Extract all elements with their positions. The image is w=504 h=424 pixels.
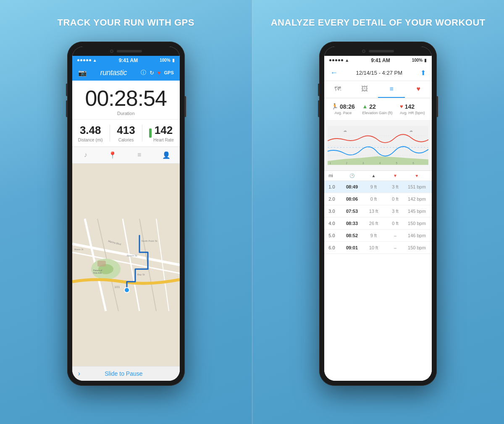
gps-icon: GPS	[164, 70, 174, 75]
row6-elev-down: –	[384, 245, 406, 250]
tab-map[interactable]: 📍	[99, 147, 126, 163]
row5-mi: 5.0	[328, 233, 341, 238]
battery-info-right: 100% ▮	[412, 58, 427, 63]
col-mi: mi	[328, 173, 341, 178]
svg-text:Fine Arts: Fine Arts	[93, 272, 102, 274]
left-panel: TRACK YOUR RUN WITH GPS	[0, 0, 252, 424]
elevation-label: Elevation Gain (ft)	[362, 111, 392, 115]
map-area[interactable]: 101 Marina Blvd Beach St Bay St North Po…	[72, 164, 180, 366]
row1-pace: 08:49	[341, 184, 363, 189]
svg-text:Beach St: Beach St	[127, 254, 137, 257]
hr-col-icon: ♥	[416, 173, 418, 178]
svg-text:2: 2	[346, 161, 348, 164]
status-left: ▲	[77, 58, 97, 63]
left-phone: ▲ 9:41 AM 100% ▮ 📷 runtastic ⓘ ↻ ♥ GPS	[67, 42, 185, 386]
signal-dot-r5	[341, 59, 343, 61]
row3-mi: 3.0	[328, 209, 341, 214]
signal-dot-r2	[332, 59, 334, 61]
svg-text:North Point St: North Point St	[142, 240, 158, 242]
stat-divider-2	[142, 125, 142, 141]
battery-info: 100% ▮	[160, 58, 175, 63]
stats-summary: 🏃 08:26 Avg. Pace ▲ 22 Elevation Gain (f…	[324, 98, 432, 120]
slide-to-pause-bar[interactable]: › Slide to Pause	[72, 366, 180, 381]
phone-screen-left: ▲ 9:41 AM 100% ▮ 📷 runtastic ⓘ ↻ ♥ GPS	[72, 47, 180, 381]
workout-chart: ☁ ☁ 1 2 3 4 5 6	[328, 125, 428, 166]
power-button	[185, 96, 186, 117]
volume-up-button	[66, 84, 67, 96]
table-row: 3.0 07:53 13 ft 3 ft 145 bpm	[324, 205, 432, 217]
signal-dot-1	[77, 59, 79, 61]
tab-photo-right[interactable]: 🖼	[351, 81, 378, 98]
tab-stats-right[interactable]: ≡	[378, 81, 405, 98]
row2-hr: 142 bpm	[406, 196, 428, 202]
svg-text:6: 6	[412, 161, 414, 164]
svg-text:1: 1	[330, 161, 331, 164]
battery-icon-right: ▮	[424, 58, 427, 63]
signal-dot-r1	[329, 59, 331, 61]
distance-value: 3.48	[78, 124, 103, 137]
pace-stat: 🏃 08:26 Avg. Pace	[331, 103, 355, 115]
heart-rate-label: Heart Rate	[153, 138, 173, 142]
row6-elev-up: 10 ft	[363, 245, 385, 250]
calories-label: Calories	[117, 138, 135, 142]
status-time-left: 9:41 AM	[119, 58, 138, 63]
chart-area: ☁ ☁ 1 2 3 4 5 6	[324, 120, 432, 171]
volume-down-button	[66, 100, 67, 117]
camera-icon[interactable]: 📷	[78, 69, 87, 77]
row2-elev-down: 0 ft	[384, 196, 406, 202]
tab-heart-right[interactable]: ♥	[405, 81, 432, 98]
left-tab-bar: ♪ 📍 ≡ 👤	[72, 147, 180, 164]
phone-top-bar	[72, 47, 180, 56]
pace-col-icon: 🕐	[349, 173, 354, 178]
data-table: mi 🕐 ▲ ▼ ♥ 1.0	[324, 171, 432, 381]
timer-section: 00:28:54 Duration	[72, 81, 180, 119]
tab-music[interactable]: ♪	[72, 147, 99, 163]
refresh-icon: ↻	[150, 70, 154, 76]
row4-hr: 150 bpm	[406, 221, 428, 226]
tab-map-right[interactable]: 🗺	[324, 81, 351, 98]
right-tab-bar: 🗺 🖼 ≡ ♥	[324, 81, 432, 98]
status-bar-left: ▲ 9:41 AM 100% ▮	[72, 56, 180, 65]
heart-icon: ♥	[158, 70, 161, 76]
svg-text:5: 5	[396, 161, 398, 164]
battery-percent-right: 100%	[412, 58, 423, 63]
row6-mi: 6.0	[328, 245, 341, 250]
signal-dot-5	[89, 59, 91, 61]
elevation-value: ▲ 22	[362, 103, 392, 110]
heart-indicator	[149, 128, 152, 138]
share-button[interactable]: ⬆	[420, 69, 426, 77]
tab-social[interactable]: 👤	[153, 147, 180, 163]
phone-speaker-right	[369, 50, 394, 52]
svg-text:4: 4	[379, 161, 381, 164]
row1-elev-up: 9 ft	[363, 184, 385, 189]
row1-hr: 151 bpm	[406, 184, 428, 189]
volume-down-button-right	[318, 100, 319, 117]
back-button[interactable]: ←	[330, 68, 338, 77]
signal-dot-4	[86, 59, 88, 61]
svg-text:☁: ☁	[343, 128, 347, 133]
row5-hr: 146 bpm	[406, 233, 428, 238]
left-panel-title: TRACK YOUR RUN WITH GPS	[45, 17, 207, 29]
distance-stat: 3.48 Distance (mi)	[78, 124, 103, 142]
tab-list[interactable]: ≡	[126, 147, 153, 163]
app-logo: runtastic	[100, 68, 127, 77]
row4-elev-up: 26 ft	[363, 221, 385, 226]
workout-date: 12/14/15 - 4:27 PM	[356, 70, 402, 76]
table-row: 1.0 08:49 9 ft 3 ft 151 bpm	[324, 181, 432, 193]
row6-pace: 09:01	[341, 245, 363, 250]
volume-up-button-right	[318, 84, 319, 96]
svg-text:3: 3	[362, 161, 364, 164]
svg-text:101: 101	[114, 285, 120, 289]
signal-dot-r3	[335, 59, 337, 61]
wifi-icon: ▲	[93, 58, 97, 63]
row2-pace: 08:06	[341, 196, 363, 202]
signal-dot-r4	[338, 59, 340, 61]
battery-percent: 100%	[160, 58, 171, 63]
power-button-right	[437, 96, 438, 117]
row3-elev-down: 3 ft	[384, 209, 406, 214]
info-icon: ⓘ	[141, 69, 146, 76]
signal-dots-right	[329, 59, 343, 61]
col-elev-up: ▲	[363, 173, 385, 178]
heart-rate-value: 142	[153, 124, 173, 137]
calories-stat: 413 Calories	[117, 124, 135, 142]
